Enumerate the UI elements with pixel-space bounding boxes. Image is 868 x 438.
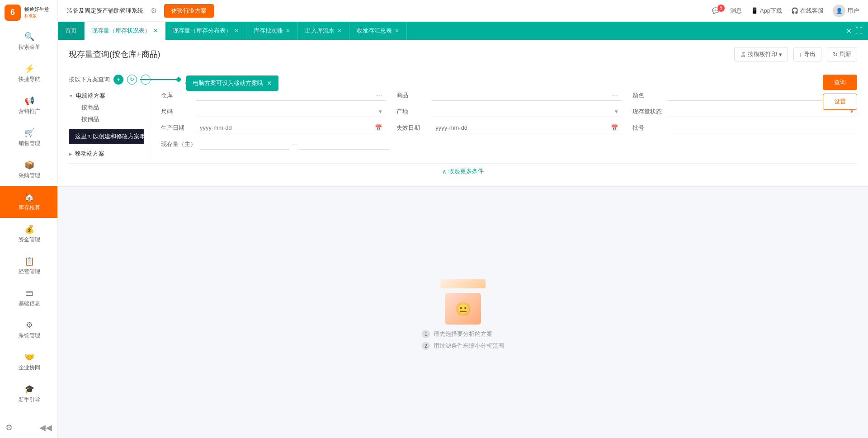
sidebar-item-marketing[interactable]: 📢 营销推广 (0, 89, 57, 122)
filter-add-button[interactable]: + (113, 75, 123, 85)
tab-bar: 首页 现存量（库存状况表） ✕ 现存量（库存分布表） ✕ 库存批次账 ✕ 出入库… (58, 22, 868, 40)
product-more-icon[interactable]: ⋯ (612, 92, 618, 99)
filter-header: 按以下方案查询 + ↻ ←← 电脑方案可设为移动方案哦 ✕ (69, 75, 857, 85)
sidebar-item-purchase[interactable]: 📦 采购管理 (0, 154, 57, 186)
sidebar-item-inventory[interactable]: 🏠 库存核算 (0, 186, 57, 218)
sidebar-item-system[interactable]: ⚙ 系统管理 (0, 314, 57, 346)
sidebar-item-quicknav[interactable]: ⚡ 快捷导航 (0, 57, 57, 89)
tab-home[interactable]: 首页 (58, 22, 85, 40)
origin-dropdown-icon[interactable]: ▾ (615, 108, 618, 115)
maximize-icon[interactable]: ⛶ (855, 27, 863, 35)
export-button[interactable]: ↑ 导出 (793, 47, 822, 61)
sales-icon: 🛒 (24, 128, 34, 138)
scheme-tooltip-close[interactable]: ✕ (267, 80, 272, 87)
search-button[interactable]: 查询 (823, 75, 857, 90)
inventory-status-label: 现存量状态 (632, 108, 664, 116)
tab-inventory-status-close[interactable]: ✕ (153, 28, 158, 34)
sidebar-item-finance[interactable]: 💰 资金管理 (0, 218, 57, 250)
sidebar-item-sales[interactable]: 🛒 销售管理 (0, 122, 57, 154)
print-arrow-icon: ▾ (779, 51, 782, 58)
sidebar-item-operations[interactable]: 📋 经营管理 (0, 250, 57, 282)
settings-icon[interactable]: ⚙ (5, 423, 13, 433)
basic-icon: 🗃 (25, 288, 33, 298)
notification-badge: 9 (717, 5, 725, 12)
tab-inventory-dist-label: 现存量（库存分布表） (173, 27, 231, 35)
filter-row-1: 仓库 ⋯ 商品 ⋯ (161, 90, 857, 101)
app-download-item[interactable]: 📱 App下载 (751, 7, 782, 15)
origin-label: 产地 (396, 108, 428, 116)
top-header: 装备及固定资产辅助管理系统 ⚙ 体验行业方案 💬 9 消息 📱 App下载 🎧 … (58, 0, 868, 22)
production-date-label: 生产日期 (161, 124, 193, 132)
sidebar-item-search[interactable]: 🔍 搜索菜单 (0, 25, 57, 57)
page-actions: 🖨 按模板打印 ▾ ↑ 导出 ↻ 刷新 (734, 47, 858, 61)
sidebar-item-quicknav-label: 快捷导航 (19, 75, 40, 83)
tab-inventory-dist[interactable]: 现存量（库存分布表） ✕ (165, 22, 246, 40)
tab-batch-account[interactable]: 库存批次账 ✕ (246, 22, 298, 40)
sidebar-bottom: ⚙ ◀◀ (0, 417, 57, 438)
inventory-main-to[interactable] (299, 139, 389, 150)
inventory-main-from[interactable] (200, 139, 290, 150)
scheme-mobile-group[interactable]: ▶ 移动端方案 (69, 148, 144, 160)
sidebar-item-enterprise[interactable]: 🤝 企业协同 (0, 346, 57, 378)
size-label: 尺码 (161, 108, 193, 116)
minimize-icon[interactable]: ✕ (846, 27, 852, 35)
empty-hints: 1 请先选择要分析的方案 2 用过滤条件来缩小分析范围 (422, 330, 504, 350)
connector-line (140, 79, 177, 80)
collapse-sidebar-icon[interactable]: ◀◀ (39, 423, 52, 433)
sidebar-item-newbie-label: 新手引导 (19, 396, 40, 404)
logo-icon: 6 (5, 5, 21, 21)
header-left: 装备及固定资产辅助管理系统 ⚙ 体验行业方案 (67, 4, 214, 18)
tab-in-out-flow[interactable]: 出入库流水 ✕ (298, 22, 349, 40)
header-right: 💬 9 消息 📱 App下载 🎧 在线客服 👤 用户 (712, 5, 859, 17)
create-tooltip-text: 这里可以创建和修改方案哦 (75, 132, 146, 141)
inventory-icon: 🏠 (24, 192, 34, 202)
scheme-tooltip-text: 电脑方案可设为移动方案哦 (193, 79, 263, 87)
create-tooltip-close[interactable]: ✕ (149, 133, 155, 140)
sidebar-nav: 🔍 搜索菜单 ⚡ 快捷导航 📢 营销推广 🛒 销售管理 📦 采购管理 🏠 库存核… (0, 25, 57, 417)
production-date-calendar-icon[interactable]: 📅 (375, 124, 382, 131)
batch-input[interactable] (668, 122, 857, 133)
warehouse-more-icon[interactable]: ⋯ (376, 92, 382, 99)
filter-product: 商品 ⋯ (396, 90, 621, 101)
empty-hint-2: 2 用过滤条件来缩小分析范围 (422, 342, 504, 350)
size-dropdown-icon[interactable]: ▾ (379, 108, 382, 115)
product-label: 商品 (396, 91, 428, 99)
production-date-input[interactable] (200, 124, 375, 131)
scheme-pc-item-reverse[interactable]: 按倒品 (78, 113, 144, 125)
scheme-pc-item-product[interactable]: 按商品 (78, 102, 144, 113)
empty-face-icon: 😐 (455, 301, 471, 316)
expiry-date-input[interactable] (435, 124, 610, 131)
system-gear-icon[interactable]: ⚙ (151, 6, 157, 15)
inventory-main-label: 现存量（主） (161, 140, 196, 148)
sidebar-item-newbie[interactable]: 🎓 新手引导 (0, 378, 57, 410)
filter-main: ▼ 电脑端方案 按商品 按倒品 这里可以创建和修改方案哦 ✕ ▶ (69, 90, 857, 160)
tab-bar-actions: ✕ ⛶ (840, 22, 868, 40)
tab-receive-summary-close[interactable]: ✕ (395, 28, 399, 34)
expiry-date-calendar-icon[interactable]: 📅 (611, 124, 618, 131)
tab-receive-summary[interactable]: 收发存汇总表 ✕ (349, 22, 407, 40)
sidebar-item-basic[interactable]: 🗃 基础信息 (0, 282, 57, 314)
experience-button[interactable]: 体验行业方案 (164, 4, 214, 18)
connector-dot (176, 77, 181, 82)
filter-refresh-button[interactable]: ↻ (127, 75, 137, 85)
scheme-pc-group[interactable]: ▼ 电脑端方案 (69, 90, 144, 102)
tab-inventory-status[interactable]: 现存量（库存状况表） ✕ (85, 22, 165, 40)
refresh-button[interactable]: ↻ 刷新 (827, 47, 857, 61)
filter-inventory-main: 现存量（主） — (161, 139, 389, 150)
print-button[interactable]: 🖨 按模板打印 ▾ (734, 47, 788, 61)
filter-label: 按以下方案查询 (69, 75, 110, 84)
operations-icon: 📋 (24, 256, 34, 266)
online-support-item[interactable]: 🎧 在线客服 (791, 7, 824, 15)
printer-icon: 🖨 (740, 51, 746, 58)
tab-inventory-dist-close[interactable]: ✕ (234, 28, 239, 34)
user-item[interactable]: 👤 用户 (833, 5, 859, 17)
collapse-button[interactable]: ∧ 收起更多条件 (442, 167, 484, 175)
tab-batch-account-close[interactable]: ✕ (286, 28, 290, 34)
export-icon: ↑ (799, 51, 802, 58)
reset-button[interactable]: 设置 (823, 94, 857, 110)
tab-in-out-flow-close[interactable]: ✕ (337, 28, 342, 34)
empty-box-lid (440, 279, 486, 288)
notification-item[interactable]: 💬 9 消息 (712, 7, 742, 15)
sidebar: 6 畅通好生意 标准版 🔍 搜索菜单 ⚡ 快捷导航 📢 营销推广 🛒 销售管理 … (0, 0, 58, 438)
user-label: 用户 (847, 7, 859, 15)
